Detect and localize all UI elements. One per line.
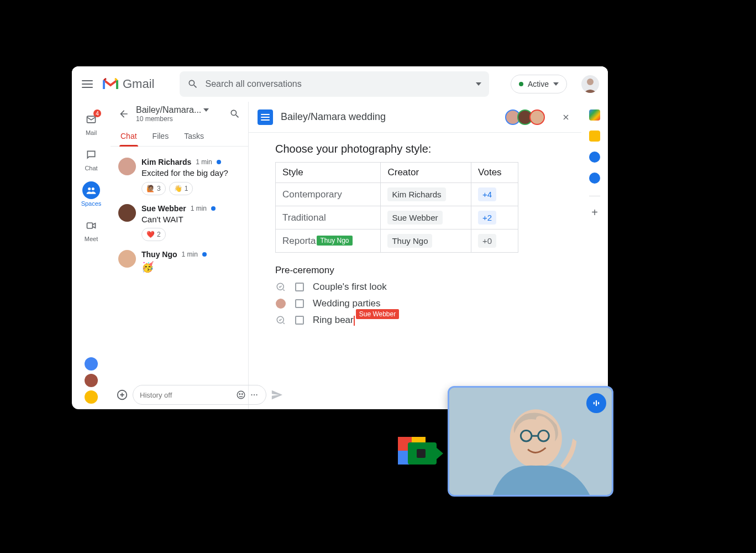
vote-chip[interactable]: + 4 bbox=[478, 187, 496, 201]
recent-chat-avatar[interactable] bbox=[85, 357, 98, 371]
reactions: ❤️2 bbox=[141, 228, 216, 241]
chat-icon bbox=[86, 149, 97, 160]
table-cell: + 2 bbox=[471, 206, 518, 229]
back-button[interactable] bbox=[115, 105, 133, 123]
table-cell: Kim Richards bbox=[381, 183, 471, 206]
compose-input[interactable] bbox=[140, 391, 233, 399]
assign-icon[interactable] bbox=[275, 315, 286, 325]
contacts-addon-icon[interactable] bbox=[589, 173, 600, 184]
vote-chip[interactable]: + 2 bbox=[478, 211, 496, 225]
space-title[interactable]: Bailey/Namara... bbox=[136, 105, 201, 115]
collaborator-avatars[interactable] bbox=[508, 109, 545, 125]
user-avatar[interactable] bbox=[118, 158, 136, 175]
assign-icon[interactable] bbox=[275, 282, 286, 292]
account-avatar[interactable] bbox=[581, 75, 599, 93]
user-chip[interactable]: Sue Webber bbox=[387, 211, 442, 225]
collaborator-avatar[interactable] bbox=[529, 109, 545, 125]
compose-bar bbox=[111, 380, 248, 409]
table-header: Votes bbox=[471, 163, 518, 183]
rail-item-meet[interactable]: Meet bbox=[76, 213, 107, 246]
app-rail: 4 Mail Chat Spaces Meet bbox=[72, 102, 111, 409]
table-cell: Thuy Ngo bbox=[381, 229, 471, 253]
user-chip[interactable]: Kim Richards bbox=[387, 187, 445, 201]
space-panel: Bailey/Namara... 10 members Chat Files T… bbox=[111, 102, 249, 409]
rail-label: Chat bbox=[85, 165, 97, 171]
search-icon bbox=[187, 79, 198, 90]
chevron-down-icon[interactable] bbox=[203, 108, 209, 112]
tab-chat[interactable]: Chat bbox=[119, 126, 138, 146]
main-menu-button[interactable] bbox=[81, 77, 94, 91]
message-text: Excited for the big day? bbox=[141, 168, 228, 179]
search-bar[interactable] bbox=[180, 71, 489, 97]
user-chip[interactable]: Thuy Ngo bbox=[387, 234, 432, 248]
checklist: Couple's first look Wedding parties bbox=[275, 281, 555, 326]
reaction-chip[interactable]: 🙋🏽3 bbox=[141, 182, 166, 195]
reaction-chip[interactable]: 👋1 bbox=[169, 182, 193, 195]
gmail-icon bbox=[103, 78, 118, 90]
emoji-icon bbox=[236, 390, 246, 400]
calendar-addon-icon[interactable] bbox=[589, 109, 600, 121]
document-body[interactable]: Choose your photography style: Style Cre… bbox=[249, 133, 581, 409]
message-time: 1 min bbox=[182, 251, 198, 258]
svg-rect-23 bbox=[594, 402, 595, 405]
tab-files[interactable]: Files bbox=[151, 126, 170, 146]
rail-item-mail[interactable]: 4 Mail bbox=[76, 107, 107, 139]
message-text: 🥳 bbox=[141, 261, 207, 274]
unread-dot-icon bbox=[211, 206, 216, 211]
tab-tasks[interactable]: Tasks bbox=[183, 126, 205, 146]
svg-rect-25 bbox=[598, 402, 599, 405]
space-search-button[interactable] bbox=[226, 105, 244, 123]
app-header: Gmail Active bbox=[72, 66, 608, 102]
audio-wave-icon bbox=[591, 398, 601, 408]
video-call-pip[interactable] bbox=[448, 386, 613, 497]
message-time: 1 min bbox=[191, 205, 207, 212]
emoji-button[interactable] bbox=[236, 390, 246, 400]
recent-chat-avatar[interactable] bbox=[85, 390, 98, 404]
gmail-logo[interactable]: Gmail bbox=[103, 77, 154, 91]
checkbox[interactable] bbox=[295, 283, 304, 291]
compose-add-button[interactable] bbox=[116, 389, 128, 401]
product-name: Gmail bbox=[123, 77, 154, 91]
presence-status[interactable]: Active bbox=[511, 75, 567, 93]
document-header: Bailey/Namara wedding bbox=[249, 102, 581, 133]
user-avatar[interactable] bbox=[118, 250, 136, 268]
close-icon bbox=[561, 113, 570, 122]
checkbox[interactable] bbox=[295, 316, 304, 325]
rail-item-chat[interactable]: Chat bbox=[76, 143, 107, 175]
svg-rect-24 bbox=[596, 400, 597, 406]
assigned-avatar[interactable] bbox=[275, 299, 286, 309]
message: Kim Richards 1 min Excited for the big d… bbox=[115, 153, 244, 200]
mic-active-indicator[interactable] bbox=[586, 393, 606, 413]
get-addons-button[interactable]: + bbox=[591, 206, 598, 219]
check-item: Couple's first look bbox=[275, 281, 555, 293]
space-header: Bailey/Namara... 10 members bbox=[111, 102, 248, 126]
message-list[interactable]: Kim Richards 1 min Excited for the big d… bbox=[111, 147, 248, 380]
divider bbox=[589, 196, 600, 196]
rail-item-spaces[interactable]: Spaces bbox=[76, 178, 107, 210]
collab-cursor bbox=[354, 316, 355, 326]
recent-chat-avatar[interactable] bbox=[85, 374, 98, 387]
status-label: Active bbox=[528, 80, 549, 88]
style-table: Style Creator Votes Contemporary Kim Ric… bbox=[275, 162, 518, 253]
tasks-addon-icon[interactable] bbox=[589, 152, 600, 163]
search-options-icon[interactable] bbox=[476, 82, 481, 86]
meet-icon bbox=[86, 220, 97, 231]
table-row: ReportaThuy Ngo Thuy Ngo + 0 bbox=[276, 229, 518, 253]
keep-addon-icon[interactable] bbox=[589, 131, 600, 142]
status-dot-icon bbox=[519, 82, 523, 86]
google-docs-icon bbox=[258, 109, 273, 125]
table-cell: Traditional bbox=[276, 206, 381, 229]
rail-label: Mail bbox=[86, 129, 97, 136]
collab-cursor-label: Thuy Ngo bbox=[317, 236, 352, 246]
reaction-chip[interactable]: ❤️2 bbox=[141, 228, 166, 241]
table-cell: ReportaThuy Ngo bbox=[276, 229, 381, 253]
vote-chip[interactable]: + 0 bbox=[478, 234, 496, 248]
message-author: Kim Richards bbox=[141, 158, 191, 166]
checkbox[interactable] bbox=[295, 299, 304, 308]
user-avatar[interactable] bbox=[118, 204, 136, 222]
compose-field[interactable] bbox=[133, 385, 266, 405]
close-button[interactable] bbox=[559, 111, 573, 124]
spaces-icon bbox=[86, 185, 97, 196]
section-heading: Pre-ceremony bbox=[275, 265, 555, 276]
search-input[interactable] bbox=[205, 79, 469, 89]
